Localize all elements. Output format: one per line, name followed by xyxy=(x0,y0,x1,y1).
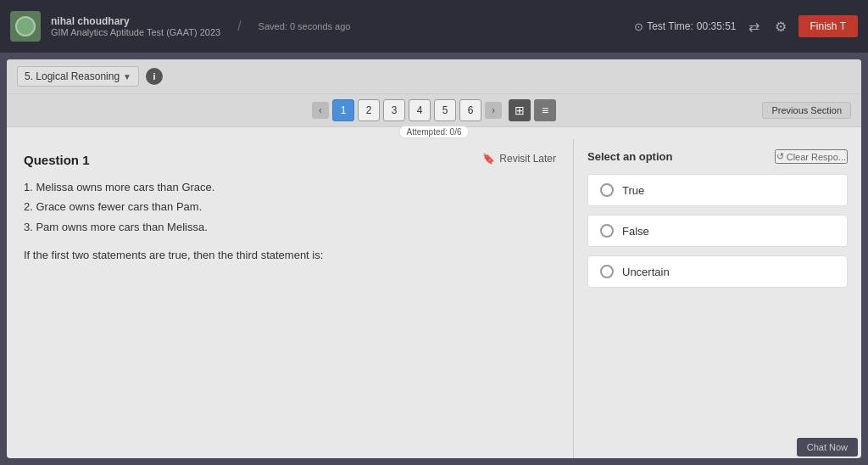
option-true-radio xyxy=(600,183,614,197)
question-number-btn-3[interactable]: 3 xyxy=(383,99,405,121)
option-uncertain-radio xyxy=(600,265,614,278)
option-uncertain-label: Uncertain xyxy=(622,266,670,278)
top-bar: nihal choudhary GIM Analytics Aptitude T… xyxy=(0,0,868,53)
question-left-panel: Question 1 1. Melissa owns more cars tha… xyxy=(7,139,573,458)
attempted-badge: Attempted: 0/6 xyxy=(398,126,469,138)
saved-status: Saved: 0 seconds ago xyxy=(259,21,351,31)
option-true-label: True xyxy=(622,184,644,197)
clear-response-button[interactable]: ↺ Clear Respo... xyxy=(775,149,848,164)
next-question-button[interactable]: › xyxy=(485,102,502,119)
option-true[interactable]: True xyxy=(587,174,848,206)
section-dropdown[interactable]: 5. Logical Reasoning ▼ xyxy=(17,66,139,87)
grid-view-button[interactable]: ⊞ xyxy=(509,99,531,121)
prev-question-button[interactable]: ‹ xyxy=(312,102,329,119)
clock-icon: ⊙ xyxy=(634,20,643,33)
info-button[interactable]: i xyxy=(146,68,163,85)
question-number-btn-1[interactable]: 1 xyxy=(332,99,354,121)
list-view-button[interactable]: ≡ xyxy=(534,99,556,121)
bookmark-icon: 🔖 xyxy=(482,153,495,165)
test-time-value: 00:35:51 xyxy=(697,20,737,32)
statement-2: 2. Grace owns fewer cars than Pam. xyxy=(24,197,482,216)
statement-1: 1. Melissa owns more cars than Grace. xyxy=(24,177,482,197)
question-content: Question 1 1. Melissa owns more cars tha… xyxy=(24,153,482,261)
question-number-btn-5[interactable]: 5 xyxy=(434,99,456,121)
dropdown-arrow-icon: ▼ xyxy=(123,72,131,81)
main-content: 5. Logical Reasoning ▼ i ‹ 1 2 3 4 5 6 ›… xyxy=(7,59,861,458)
app-logo xyxy=(10,11,41,42)
option-false[interactable]: False xyxy=(587,215,848,247)
question-statements: 1. Melissa owns more cars than Grace. 2.… xyxy=(24,177,482,237)
question-right-panel: Select an option ↺ Clear Respo... True F… xyxy=(573,139,861,458)
separator: / xyxy=(237,19,241,34)
question-number-label: Question 1 xyxy=(24,153,482,167)
settings-icon-btn[interactable]: ⚙ xyxy=(771,15,790,38)
section-name: 5. Logical Reasoning xyxy=(25,70,120,82)
swap-icon-btn[interactable]: ⇄ xyxy=(745,15,763,38)
select-option-header: Select an option ↺ Clear Respo... xyxy=(587,149,848,164)
revisit-later-button[interactable]: 🔖 Revisit Later xyxy=(482,153,556,165)
question-body: Question 1 1. Melissa owns more cars tha… xyxy=(7,139,861,458)
prev-section-button[interactable]: Previous Section xyxy=(762,102,851,119)
question-nav-bar: ‹ 1 2 3 4 5 6 › ⊞ ≡ Attempted: 0/6 Previ… xyxy=(7,94,861,127)
question-number-btn-6[interactable]: 6 xyxy=(459,99,481,121)
question-condition: If the first two statements are true, th… xyxy=(24,249,482,261)
test-time-label: Test Time: xyxy=(647,20,693,32)
question-top-row: Question 1 1. Melissa owns more cars tha… xyxy=(24,153,556,261)
clear-response-label: Clear Respo... xyxy=(787,152,846,162)
revisit-label: Revisit Later xyxy=(499,153,556,165)
select-option-label: Select an option xyxy=(587,150,672,163)
option-false-radio xyxy=(600,224,614,238)
chat-now-button[interactable]: Chat Now xyxy=(797,438,858,457)
option-uncertain[interactable]: Uncertain xyxy=(587,255,848,288)
logo-icon xyxy=(15,16,36,36)
user-info: nihal choudhary GIM Analytics Aptitude T… xyxy=(51,15,220,37)
section-bar: 5. Logical Reasoning ▼ i xyxy=(7,59,861,94)
finish-button[interactable]: Finish T xyxy=(798,15,858,37)
statement-3: 3. Pam owns more cars than Melissa. xyxy=(24,217,482,237)
top-bar-right: ⊙ Test Time: 00:35:51 ⇄ ⚙ Finish T xyxy=(634,15,858,38)
user-name: nihal choudhary xyxy=(51,15,220,27)
question-number-btn-4[interactable]: 4 xyxy=(409,99,431,121)
test-time: ⊙ Test Time: 00:35:51 xyxy=(634,20,736,33)
question-number-btn-2[interactable]: 2 xyxy=(358,99,380,121)
info-icon: i xyxy=(153,71,155,81)
clear-icon: ↺ xyxy=(776,151,784,162)
exam-title: GIM Analytics Aptitude Test (GAAT) 2023 xyxy=(51,27,220,37)
option-false-label: False xyxy=(622,225,649,238)
